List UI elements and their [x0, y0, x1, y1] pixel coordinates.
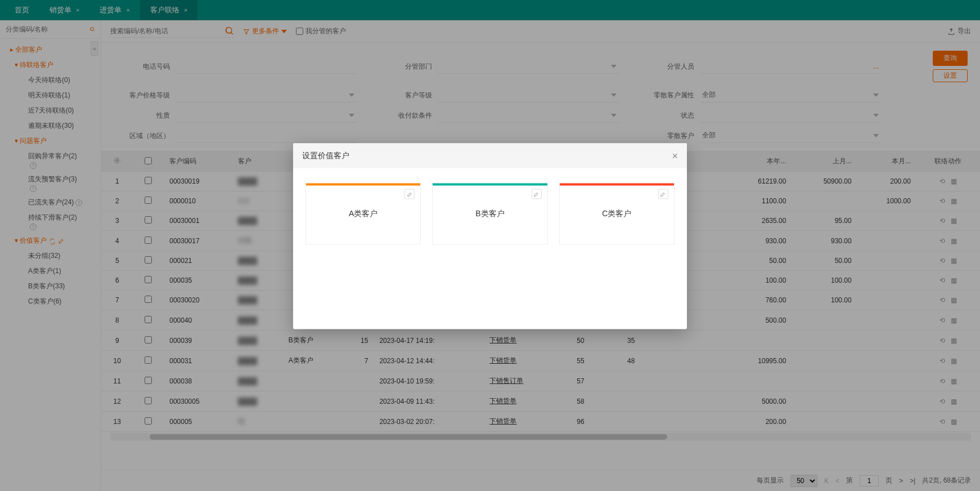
edit-card-button[interactable] — [658, 189, 668, 199]
modal-header: 设置价值客户 × — [293, 144, 687, 168]
card-label: C类客户 — [602, 209, 631, 219]
modal-body: A类客户B类客户C类客户 — [293, 168, 687, 329]
card-stripe — [306, 184, 420, 186]
card-label: B类客户 — [475, 209, 504, 219]
modal-title: 设置价值客户 — [302, 151, 349, 161]
edit-icon — [533, 191, 540, 197]
card-label: A类客户 — [349, 209, 377, 219]
edit-icon — [407, 191, 413, 197]
value-card-c[interactable]: C类客户 — [559, 183, 675, 245]
modal-close-button[interactable]: × — [672, 150, 678, 162]
card-stripe — [433, 184, 547, 186]
value-customer-modal: 设置价值客户 × A类客户B类客户C类客户 — [293, 144, 687, 329]
edit-card-button[interactable] — [404, 189, 415, 199]
card-stripe — [560, 184, 674, 186]
value-card-b[interactable]: B类客户 — [432, 183, 547, 245]
edit-card-button[interactable] — [532, 189, 542, 199]
edit-icon — [660, 191, 666, 197]
value-card-a[interactable]: A类客户 — [305, 183, 421, 245]
